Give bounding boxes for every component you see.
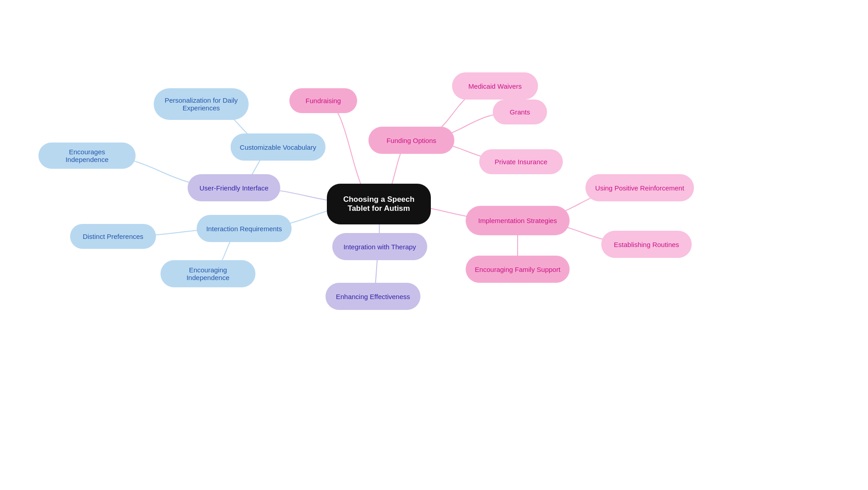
center-node[interactable]: Choosing a Speech Tablet for Autism (327, 184, 431, 224)
distinct-preferences-node[interactable]: Distinct Preferences (70, 224, 156, 249)
private-insurance-node[interactable]: Private Insurance (479, 149, 563, 174)
user-friendly-interface-node[interactable]: User-Friendly Interface (188, 174, 280, 201)
integration-with-therapy-node[interactable]: Integration with Therapy (332, 233, 427, 260)
medicaid-waivers-node[interactable]: Medicaid Waivers (452, 72, 538, 100)
implementation-strategies-node[interactable]: Implementation Strategies (466, 206, 570, 235)
customizable-vocabulary-node[interactable]: Customizable Vocabulary (231, 133, 326, 161)
establishing-routines-node[interactable]: Establishing Routines (601, 231, 692, 258)
encouraging-family-support-node[interactable]: Encouraging Family Support (466, 256, 570, 283)
encourages-independence-node[interactable]: Encourages Independence (38, 143, 136, 169)
using-positive-reinforcement-node[interactable]: Using Positive Reinforcement (585, 174, 694, 201)
encouraging-independence-node[interactable]: Encouraging Independence (160, 260, 255, 287)
funding-options-node[interactable]: Funding Options (368, 127, 454, 154)
personalization-daily-node[interactable]: Personalization for Daily Experiences (154, 88, 249, 120)
interaction-requirements-node[interactable]: Interaction Requirements (197, 215, 292, 242)
fundraising-node[interactable]: Fundraising (289, 88, 357, 113)
grants-node[interactable]: Grants (493, 100, 547, 124)
enhancing-effectiveness-node[interactable]: Enhancing Effectiveness (326, 283, 420, 310)
